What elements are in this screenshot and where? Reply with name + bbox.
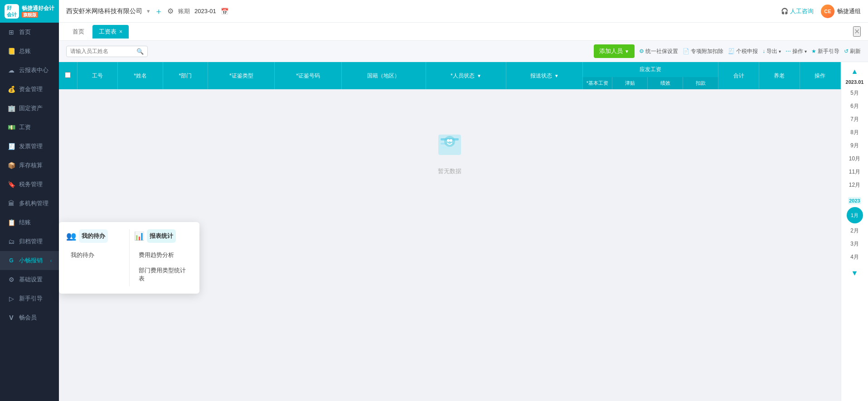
app-name: 畅捷通好会计 旗舰版 xyxy=(22,5,54,18)
cal-month-2023-1[interactable]: 1月 xyxy=(847,207,863,223)
year-label-2023: 2023 xyxy=(848,197,861,204)
special-deduction-button[interactable]: 📄 专项附加扣除 xyxy=(683,48,723,55)
export-dropdown-arrow: ▾ xyxy=(779,49,781,54)
cal-month-5[interactable]: 5月 xyxy=(844,87,866,100)
th-pension: 养老 xyxy=(759,62,800,89)
empty-illustration xyxy=(432,126,468,162)
sidebar-item-basic-settings[interactable]: ⚙ 基础设置 xyxy=(0,270,59,289)
export-button[interactable]: ↓ 导出 ▾ xyxy=(762,48,781,55)
sidebar-item-home[interactable]: ⊞ 首页 xyxy=(0,23,59,42)
th-deduction: 扣款 xyxy=(683,77,718,89)
individual-tax-button[interactable]: 🧾 个税申报 xyxy=(728,48,758,55)
tab-home[interactable]: 首页 xyxy=(66,25,91,39)
app-logo: 好会计 畅捷通好会计 旗舰版 xyxy=(0,0,59,23)
archive-icon: 🗂 xyxy=(7,238,15,245)
cal-month-6[interactable]: 6月 xyxy=(844,100,866,113)
sidebar-item-salary[interactable]: 💵 工资 xyxy=(0,118,59,137)
sidebar-item-archive[interactable]: 🗂 归档管理 xyxy=(0,232,59,251)
fund-icon: 💰 xyxy=(7,86,15,93)
sidebar-item-closing[interactable]: 📋 结账 xyxy=(0,213,59,232)
popup-item-cost-trend[interactable]: 费用趋势分析 xyxy=(134,247,193,263)
report-filter-icon[interactable]: ▼ xyxy=(554,73,559,78)
add-person-button[interactable]: 添加人员 ▼ xyxy=(594,44,635,58)
empty-text: 暂无数据 xyxy=(438,167,461,175)
search-icon: 🔍 xyxy=(136,48,144,55)
th-id-number: *证鉴号码 xyxy=(275,62,341,89)
calendar-icon[interactable]: 📅 xyxy=(221,8,228,15)
filter-icon[interactable]: ▼ xyxy=(477,73,481,78)
settings-button[interactable]: ⚙ xyxy=(167,7,174,15)
calendar-up-button[interactable]: ▲ xyxy=(849,66,860,77)
th-checkbox[interactable] xyxy=(59,62,77,89)
popup-item-my-todo[interactable]: 我的待办 xyxy=(66,247,125,263)
sidebar-item-new-guide[interactable]: ▷ 新手引导 xyxy=(0,289,59,308)
th-report-status: 报送状态 ▼ xyxy=(506,62,582,89)
toolbar: 🔍 添加人员 ▼ ⚙ 统一社保设置 📄 专项附加扣除 🧾 个税申报 ↓ 导出 ▾… xyxy=(59,41,868,62)
cal-month-2023-2[interactable]: 2月 xyxy=(844,224,866,237)
sidebar-item-xiaochang[interactable]: G 小畅报销 ‹ xyxy=(0,251,59,270)
period-label: 账期 xyxy=(178,7,190,15)
operation-dropdown-arrow: ▾ xyxy=(805,49,807,54)
social-insurance-button[interactable]: ⚙ 统一社保设置 xyxy=(639,48,678,55)
cal-month-9[interactable]: 9月 xyxy=(844,139,866,152)
avatar: CE xyxy=(821,5,834,18)
export-icon: ↓ xyxy=(762,48,765,54)
sidebar-item-fund[interactable]: 💰 资金管理 xyxy=(0,80,59,99)
popup-menu: 👥 我的待办 我的待办 📊 报表统计 费用趋势分析 部门费用类型统计表 xyxy=(59,222,199,294)
sidebar-item-cloud-report[interactable]: ☁ 云报表中心 xyxy=(0,61,59,80)
popup-section-2-header: 📊 报表统计 xyxy=(134,229,193,243)
th-name: *姓名 xyxy=(118,62,163,89)
company-dropdown-arrow[interactable]: ▾ xyxy=(147,8,150,14)
tab-salary[interactable]: 工资表 × xyxy=(92,25,129,39)
building-icon: 🏢 xyxy=(7,105,15,112)
cal-month-7[interactable]: 7月 xyxy=(844,113,866,126)
user-menu[interactable]: CE 畅捷通组 xyxy=(821,5,861,18)
new-guide-icon: ★ xyxy=(811,48,816,54)
guide-icon: ▷ xyxy=(7,295,15,302)
period-value: 2023-01 xyxy=(194,8,216,14)
report-icon: 📊 xyxy=(134,231,144,241)
social-insurance-icon: ⚙ xyxy=(639,48,644,54)
tax-icon: 🔖 xyxy=(7,181,15,188)
add-person-dropdown-arrow: ▼ xyxy=(625,49,629,54)
ledger-icon: 📒 xyxy=(7,48,15,55)
cal-month-8[interactable]: 8月 xyxy=(844,126,866,139)
org-icon: 🏛 xyxy=(7,200,15,207)
th-operation: 操作 xyxy=(800,62,840,89)
close-all-tabs-button[interactable]: ✕ xyxy=(853,26,861,37)
sidebar-item-multi-org[interactable]: 🏛 多机构管理 xyxy=(0,194,59,213)
add-company-button[interactable]: ＋ xyxy=(155,6,163,17)
th-nationality: 国籍（地区） xyxy=(341,62,426,89)
th-employee-id: 工号 xyxy=(77,62,118,89)
th-total: 合计 xyxy=(718,62,759,89)
search-input[interactable] xyxy=(70,48,134,54)
sidebar-item-member[interactable]: V 畅会员 xyxy=(0,308,59,327)
cal-month-2023-4[interactable]: 4月 xyxy=(844,251,866,264)
operation-button[interactable]: ⋯ 操作 ▾ xyxy=(786,48,807,55)
search-wrap: 🔍 xyxy=(66,46,148,57)
calendar-down-button[interactable]: ▼ xyxy=(849,267,860,279)
sidebar-item-tax[interactable]: 🔖 税务管理 xyxy=(0,175,59,194)
company-name: 西安虾米网络科技有限公司 xyxy=(66,7,142,15)
new-guide-button[interactable]: ★ 新手引导 xyxy=(811,48,839,55)
sidebar-item-ledger[interactable]: 📒 总账 xyxy=(0,42,59,61)
refresh-button[interactable]: ↺ 刷新 xyxy=(844,48,861,55)
sidebar-item-invoice[interactable]: 🧾 发票管理 xyxy=(0,137,59,156)
cal-month-2023-3[interactable]: 3月 xyxy=(844,237,866,251)
sidebar-item-fixed-assets[interactable]: 🏢 固定资产 xyxy=(0,99,59,118)
empty-state: 暂无数据 xyxy=(59,89,841,212)
select-all-checkbox[interactable] xyxy=(65,72,71,78)
svg-rect-3 xyxy=(441,147,450,149)
user-name: 畅捷通组 xyxy=(837,7,861,15)
service-button[interactable]: 🎧 人工咨询 xyxy=(781,7,814,15)
tab-close-button[interactable]: × xyxy=(119,29,122,35)
sidebar-item-inventory[interactable]: 📦 库存核算 xyxy=(0,156,59,175)
main-content: 西安虾米网络科技有限公司 ▾ ＋ ⚙ 账期 2023-01 📅 🎧 人工咨询 C… xyxy=(59,0,868,401)
popup-item-dept-cost[interactable]: 部门费用类型统计表 xyxy=(134,263,193,286)
popup-col-2: 📊 报表统计 费用趋势分析 部门费用类型统计表 xyxy=(134,229,193,286)
cal-month-10[interactable]: 10月 xyxy=(844,152,866,165)
svg-point-6 xyxy=(450,139,452,142)
cal-month-11[interactable]: 11月 xyxy=(844,165,866,179)
tabs-bar: 首页 工资表 × ✕ xyxy=(59,23,868,41)
cal-month-12[interactable]: 12月 xyxy=(844,179,866,192)
